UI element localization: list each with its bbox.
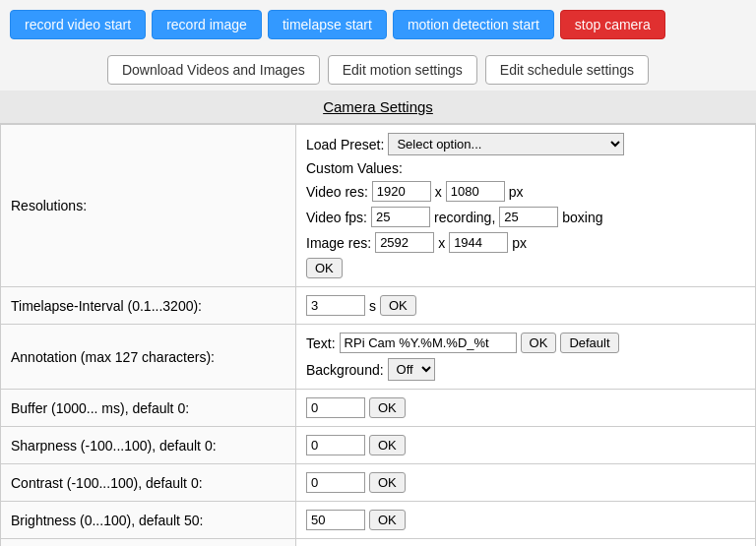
- table-row: Brightness (0...100), default 50: OK: [1, 502, 756, 539]
- motion-detection-start-button[interactable]: motion detection start: [393, 10, 554, 39]
- image-res-x: x: [438, 235, 445, 251]
- table-row: Resolutions: Load Preset: Select option.…: [1, 125, 756, 287]
- brightness-value: OK: [296, 502, 756, 539]
- timelapse-value: s OK: [296, 287, 756, 325]
- timelapse-label: Timelapse-Interval (0.1...3200):: [1, 287, 296, 325]
- video-fps2-input[interactable]: [499, 207, 558, 227]
- record-video-start-button[interactable]: record video start: [10, 10, 146, 39]
- edit-motion-settings-button[interactable]: Edit motion settings: [328, 55, 477, 85]
- second-button-bar: Download Videos and Images Edit motion s…: [0, 49, 756, 91]
- image-res-px: px: [512, 235, 527, 251]
- video-fps1-input[interactable]: [371, 207, 430, 227]
- table-row: Buffer (1000... ms), default 0: OK: [1, 390, 756, 427]
- brightness-label: Brightness (0...100), default 50:: [1, 502, 296, 539]
- contrast-ok-button[interactable]: OK: [369, 472, 406, 493]
- brightness-ok-button[interactable]: OK: [369, 510, 406, 530]
- video-fps-label: Video fps:: [306, 210, 367, 225]
- saturation-value: OK: [296, 539, 756, 547]
- table-row: Sharpness (-100...100), default 0: OK: [1, 427, 756, 464]
- sharpness-input[interactable]: [306, 435, 365, 455]
- video-res-height-input[interactable]: [446, 181, 505, 202]
- stop-camera-button[interactable]: stop camera: [560, 10, 665, 39]
- sharpness-value: OK: [296, 427, 756, 464]
- contrast-value: OK: [296, 464, 756, 502]
- image-res-label: Image res:: [306, 235, 371, 251]
- load-preset-select[interactable]: Select option...: [388, 133, 624, 155]
- annotation-label: Annotation (max 127 characters):: [1, 325, 296, 390]
- image-res-width-input[interactable]: [375, 232, 434, 253]
- brightness-input[interactable]: [306, 510, 365, 530]
- video-res-width-input[interactable]: [372, 181, 431, 202]
- annotation-ok-button[interactable]: OK: [521, 333, 557, 353]
- annotation-text-label: Text:: [306, 335, 336, 351]
- annotation-bg-select[interactable]: Off: [388, 358, 435, 381]
- table-row: Contrast (-100...100), default 0: OK: [1, 464, 756, 502]
- custom-values-label: Custom Values:: [306, 160, 403, 176]
- sharpness-ok-button[interactable]: OK: [369, 435, 406, 455]
- annotation-text-input[interactable]: [340, 333, 517, 353]
- boxing-label: boxing: [562, 210, 602, 225]
- annotation-value: Text: OK Default Background: Off: [296, 325, 756, 390]
- table-row: Annotation (max 127 characters): Text: O…: [1, 325, 756, 390]
- resolutions-ok-button[interactable]: OK: [306, 258, 343, 278]
- load-preset-label: Load Preset:: [306, 137, 384, 152]
- timelapse-input[interactable]: [306, 295, 365, 316]
- edit-schedule-settings-button[interactable]: Edit schedule settings: [485, 55, 649, 85]
- table-row: Saturation (-100...100), default 0: OK: [1, 539, 756, 547]
- saturation-label: Saturation (-100...100), default 0:: [1, 539, 296, 547]
- sharpness-label: Sharpness (-100...100), default 0:: [1, 427, 296, 464]
- recording-label: recording,: [434, 210, 495, 225]
- buffer-input[interactable]: [306, 397, 365, 418]
- video-res-x: x: [435, 184, 442, 200]
- contrast-label: Contrast (-100...100), default 0:: [1, 464, 296, 502]
- timelapse-start-button[interactable]: timelapse start: [268, 10, 387, 39]
- record-image-button[interactable]: record image: [152, 10, 262, 39]
- video-res-label: Video res:: [306, 184, 368, 200]
- contrast-input[interactable]: [306, 472, 365, 493]
- annotation-default-button[interactable]: Default: [560, 333, 618, 353]
- timelapse-unit: s: [369, 298, 376, 314]
- buffer-ok-button[interactable]: OK: [369, 397, 406, 418]
- download-videos-images-button[interactable]: Download Videos and Images: [107, 55, 320, 85]
- settings-table: Resolutions: Load Preset: Select option.…: [0, 124, 756, 546]
- image-res-height-input[interactable]: [449, 232, 508, 253]
- resolutions-value: Load Preset: Select option... Custom Val…: [296, 125, 756, 287]
- timelapse-ok-button[interactable]: OK: [380, 295, 416, 316]
- camera-settings-title: Camera Settings: [0, 91, 756, 124]
- annotation-bg-label: Background:: [306, 362, 384, 378]
- top-button-bar: record video start record image timelaps…: [0, 0, 756, 49]
- table-row: Timelapse-Interval (0.1...3200): s OK: [1, 287, 756, 325]
- buffer-value: OK: [296, 390, 756, 427]
- resolutions-label: Resolutions:: [1, 125, 296, 287]
- buffer-label: Buffer (1000... ms), default 0:: [1, 390, 296, 427]
- video-res-px: px: [509, 184, 524, 200]
